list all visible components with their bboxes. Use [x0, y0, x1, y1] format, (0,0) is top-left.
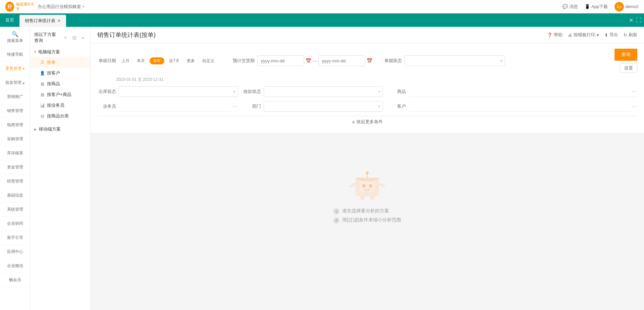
more-btn[interactable]: 更多: [184, 57, 198, 64]
close-window-icon[interactable]: ✕: [629, 17, 633, 23]
page-actions: ❓ 帮助 🖨 按模板打印 ▾ ⬇ 导出 ↻ 刷新: [547, 32, 637, 38]
sidebar-item-wechat[interactable]: 企业微信: [0, 259, 30, 273]
date-buttons: 上月 本月 本年 近7天 更多 自定义: [119, 57, 217, 64]
user-menu[interactable]: Ea demo2: [614, 2, 639, 11]
sidebar-item-member[interactable]: 畅会员: [0, 273, 30, 287]
salesperson-block: 业务员 ···: [97, 101, 238, 112]
list-icon: ☰: [40, 60, 45, 65]
scheme-item-by-salesperson[interactable]: 📊 按业务员: [30, 100, 90, 111]
sidebar-item-purchase[interactable]: 采购管理: [0, 132, 30, 146]
print-button[interactable]: 🖨 按模板打印 ▾: [568, 32, 599, 38]
last-month-btn[interactable]: 上月: [119, 57, 132, 64]
date-dash: —: [313, 58, 317, 63]
scheme-item-by-customer-product[interactable]: ▦ 按客户+商品: [30, 89, 90, 100]
sidebar-item-quick-nav[interactable]: 快捷导航: [0, 48, 30, 62]
this-year-btn[interactable]: 本年: [150, 57, 164, 64]
department-select[interactable]: [264, 101, 383, 112]
goods-block: 商品 ···: [387, 86, 637, 97]
export-button[interactable]: ⬇ 导出: [604, 32, 618, 38]
sidebar-item-finance[interactable]: 资金管理: [0, 160, 30, 174]
bar-chart-icon: 📊: [40, 103, 45, 108]
tab-home[interactable]: 首页: [0, 13, 19, 27]
scheme-panel-header: 按以下方案查询 + ⊙ «: [30, 30, 90, 46]
date-range-display: 2023-01-01 至 2023-12-31: [116, 77, 163, 82]
chevron-down-icon: ▾: [23, 67, 24, 70]
sidebar-item-newbie[interactable]: 新手引导: [0, 231, 30, 245]
scheme-panel: 按以下方案查询 + ⊙ « ▾ 电脑端方案 ☰ 按单 👤: [30, 27, 91, 310]
sidebar-item-base[interactable]: 基础信息: [0, 189, 30, 203]
svg-rect-7: [370, 196, 375, 200]
salesperson-more-icon[interactable]: ···: [231, 104, 238, 109]
logo-icon: 好: [5, 2, 14, 12]
tab-sales-order-stats[interactable]: 销售订单统计表 ✕: [19, 15, 66, 27]
logo-area: 好 畅捷通好生意: [5, 2, 35, 12]
custom-btn[interactable]: 自定义: [200, 57, 217, 64]
sidebar-item-app-center[interactable]: 应用中心: [0, 245, 30, 259]
customer-more-icon[interactable]: ···: [631, 104, 637, 109]
avatar: Ea: [614, 2, 624, 11]
this-month-btn[interactable]: 本月: [134, 57, 148, 64]
help-icon: ❓: [547, 33, 552, 38]
goods-label: 商品: [387, 89, 406, 95]
empty-illustration: [347, 161, 387, 201]
scheme-group-pc-toggle[interactable]: ▾ 电脑端方案: [30, 47, 90, 57]
customer-label: 客户: [387, 103, 406, 109]
scheme-item-by-product[interactable]: ▦ 按商品: [30, 79, 90, 89]
goods-input[interactable]: [409, 86, 631, 97]
refresh-icon: ↻: [624, 33, 627, 38]
sidebar-item-inventory[interactable]: 库存核算: [0, 146, 30, 160]
fullscreen-icon[interactable]: ⛶: [636, 17, 641, 23]
sidebar-item-marketing[interactable]: 营销推广: [0, 90, 30, 104]
sidebar-item-retail[interactable]: 零售管理 ▾: [0, 62, 30, 76]
help-button[interactable]: ❓ 帮助: [547, 32, 562, 38]
scheme-item-by-customer[interactable]: 👤 按客户: [30, 68, 90, 79]
scheme-group-mobile-toggle[interactable]: ▶ 移动端方案: [30, 124, 90, 134]
mobile-icon: 📱: [585, 4, 590, 9]
svg-point-5: [366, 171, 369, 174]
scheme-item-by-order[interactable]: ☰ 按单: [30, 57, 90, 68]
filter-row-2: 出库状态 ▾ 收款状态: [97, 86, 637, 97]
scheme-item-by-category[interactable]: ▤ 按商品分类: [30, 111, 90, 121]
sidebar-item-system[interactable]: 系统管理: [0, 203, 30, 217]
goods-more-icon[interactable]: ···: [631, 89, 637, 94]
collapse-filter-bar[interactable]: ∧ 收起更多条件: [97, 116, 637, 127]
filter-row-3: 业务员 ··· 部门 ▾: [97, 101, 637, 112]
salesperson-label: 业务员: [97, 103, 116, 109]
product-icon: ▦: [40, 81, 45, 87]
status-select[interactable]: [405, 55, 505, 66]
sidebar-item-wholesale[interactable]: 批发管理 ▴: [0, 76, 30, 90]
sidebar: 🔍 搜索菜单 快捷导航 零售管理 ▾ 批发管理 ▴ 营销推广 销售管理 电商管理…: [0, 27, 30, 310]
date-label: 单据日期: [97, 58, 116, 64]
message-button[interactable]: 💬 消息: [562, 4, 578, 10]
customer-input[interactable]: [409, 101, 631, 112]
sidebar-item-sales[interactable]: 销售管理: [0, 104, 30, 118]
search-menu-button[interactable]: 🔍 搜索菜单: [0, 27, 30, 48]
salesperson-input[interactable]: [119, 101, 231, 112]
add-scheme-button[interactable]: +: [62, 34, 69, 41]
nav-title[interactable]: 办公用品行业模拟账套 ▾: [38, 4, 84, 10]
tab-bar: 首页 销售订单统计表 ✕ ✕ ⛶: [0, 13, 644, 27]
payment-status-label: 收款状态: [242, 89, 261, 95]
expected-delivery-label: 预计交货期: [228, 58, 255, 64]
settings-button[interactable]: 设置: [620, 63, 637, 73]
tab-close-icon[interactable]: ✕: [57, 18, 61, 23]
status-filter-block: 单据状态 ▾: [383, 55, 610, 66]
svg-rect-6: [360, 196, 365, 200]
sidebar-item-ecommerce[interactable]: 电商管理: [0, 118, 30, 132]
category-icon: ▤: [40, 113, 45, 119]
query-button[interactable]: 查询: [614, 49, 637, 61]
empty-tip-2: 2 用[过滤]条件来缩小分析范围: [333, 217, 401, 223]
edit-scheme-button[interactable]: ⊙: [71, 34, 77, 41]
app-download-button[interactable]: 📱 App下载: [585, 4, 608, 10]
last-7-days-btn[interactable]: 近7天: [166, 57, 182, 64]
sidebar-item-operations[interactable]: 经营管理: [0, 174, 30, 189]
delivery-status-select[interactable]: [119, 86, 238, 97]
refresh-button[interactable]: ↻ 刷新: [624, 32, 637, 38]
sidebar-item-enterprise[interactable]: 企业协同: [0, 217, 30, 231]
delivery-date-end[interactable]: [318, 55, 365, 66]
filter-row-1: 单据日期 上月 本月 本年 近7天 更多 自定义: [97, 49, 637, 73]
delivery-date-start[interactable]: [257, 55, 304, 66]
main-content: 销售订单统计表(按单) ❓ 帮助 🖨 按模板打印 ▾ ⬇ 导出: [91, 27, 644, 310]
collapse-scheme-panel-button[interactable]: «: [79, 34, 86, 41]
payment-status-select[interactable]: [264, 86, 383, 97]
